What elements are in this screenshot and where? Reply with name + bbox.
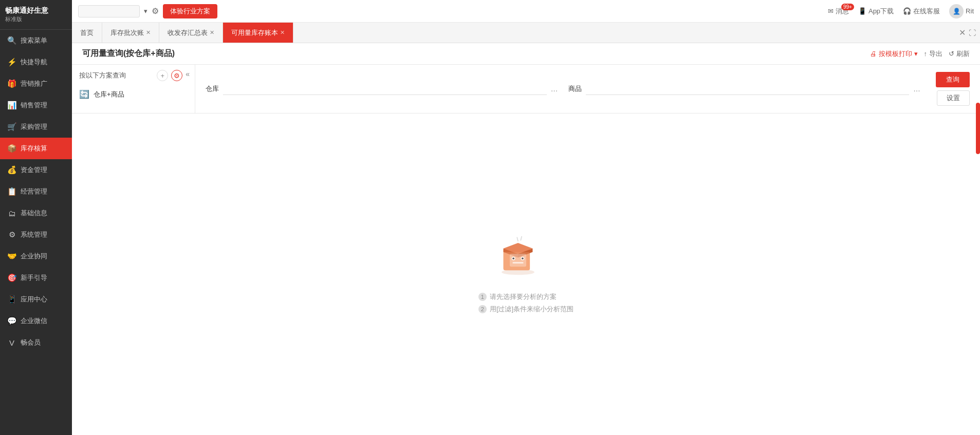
headset-icon: 🎧	[903, 7, 911, 15]
main-content: ▾ ⚙ 体验行业方案 ✉ 消息 99+ 📱 App下载 🎧 在线客服 👤 R	[72, 0, 980, 435]
tip-text-2: 用[过滤]条件来缩小分析范围	[490, 305, 574, 314]
print-icon: 🖨	[870, 50, 877, 58]
empty-state: 1 请先选择要分析的方案 2 用[过滤]条件来缩小分析范围	[478, 235, 574, 314]
close-all-tabs-icon[interactable]: ✕	[959, 28, 966, 37]
right-filter-panel: 仓库 … 商品 … 查询 设置	[195, 65, 980, 113]
app-center-icon: 📱	[7, 295, 16, 304]
industry-btn[interactable]: 体验行业方案	[163, 4, 217, 18]
sidebar-item-label-purchase: 采购管理	[21, 122, 47, 131]
collapse-panel-icon[interactable]: «	[186, 70, 190, 81]
refresh-btn[interactable]: ↺ 刷新	[949, 49, 970, 59]
add-plan-btn[interactable]: +	[157, 70, 168, 81]
sidebar-item-label-inventory: 库存核算	[21, 144, 47, 153]
message-btn[interactable]: ✉ 消息 99+	[828, 7, 849, 16]
topbar: ▾ ⚙ 体验行业方案 ✉ 消息 99+ 📱 App下载 🎧 在线客服 👤 R	[72, 0, 980, 23]
sidebar-item-label-wechat: 企业微信	[21, 316, 47, 326]
tab-home[interactable]: 首页	[72, 23, 102, 43]
sidebar-item-guide[interactable]: 🎯 新手引导	[0, 267, 72, 289]
tip-num-1: 1	[478, 293, 487, 301]
sidebar-item-label-app-center: 应用中心	[21, 295, 47, 304]
sidebar-item-sales[interactable]: 📊 销售管理	[0, 94, 72, 116]
query-area: 按以下方案查询 + ⚙ « 🔄 仓库+商品 仓库 …	[72, 65, 980, 114]
sidebar-item-label-basic: 基础信息	[21, 209, 47, 218]
app-logo: 畅康通好生意 标准版	[0, 0, 72, 30]
online-service-btn[interactable]: 🎧 在线客服	[903, 7, 940, 16]
sidebar-item-label-operation: 经营管理	[21, 187, 47, 196]
product-filter: 商品 …	[568, 83, 921, 95]
sidebar-item-label-finance: 资金管理	[21, 165, 47, 175]
topbar-right: ✉ 消息 99+ 📱 App下载 🎧 在线客服 👤 Rit	[828, 4, 974, 18]
right-scrollbar[interactable]	[976, 103, 980, 154]
sidebar-item-basic[interactable]: 🗂 基础信息	[0, 202, 72, 224]
sidebar-item-finance[interactable]: 💰 资金管理	[0, 159, 72, 181]
svg-point-10	[522, 257, 524, 259]
print-label: 按模板打印	[879, 49, 912, 59]
plan-warehouse-product[interactable]: 🔄 仓库+商品	[72, 85, 195, 103]
sidebar-item-app-center[interactable]: 📱 应用中心	[0, 289, 72, 310]
export-label: 导出	[929, 49, 942, 59]
close-tab-batch-icon[interactable]: ✕	[146, 29, 151, 36]
product-input[interactable]	[586, 83, 910, 95]
left-panel-title: 按以下方案查询	[79, 71, 126, 80]
tip-row-1: 1 请先选择要分析的方案	[478, 292, 574, 301]
tabs-bar: 首页 库存批次账 ✕ 收发存汇总表 ✕ 可用量库存账本 ✕ ✕ ⛶	[72, 23, 980, 43]
print-btn[interactable]: 🖨 按模板打印 ▾	[870, 49, 918, 59]
app-name: 畅康通好生意	[5, 6, 67, 15]
close-tab-summary-icon[interactable]: ✕	[210, 29, 214, 36]
tab-batch-account[interactable]: 库存批次账 ✕	[102, 23, 159, 43]
sidebar-item-member[interactable]: V 畅会员	[0, 332, 72, 353]
left-panel-icons: + ⚙ «	[157, 70, 190, 81]
settings-btn[interactable]: 设置	[937, 90, 970, 106]
app-download-btn[interactable]: 📱 App下载	[858, 7, 894, 16]
sidebar-item-enterprise[interactable]: 🤝 企业协同	[0, 245, 72, 267]
sidebar-item-label-guide: 新手引导	[21, 273, 47, 282]
message-icon: ✉	[828, 7, 834, 15]
avatar-icon: 👤	[953, 8, 960, 15]
tip-row-2: 2 用[过滤]条件来缩小分析范围	[478, 305, 574, 314]
dropdown-chevron-icon: ▾	[144, 7, 147, 15]
warehouse-input[interactable]	[223, 83, 547, 95]
tab-available-stock[interactable]: 可用量库存账本 ✕	[223, 23, 293, 43]
member-icon: V	[7, 338, 16, 347]
warehouse-more-icon[interactable]: …	[551, 85, 558, 93]
settings-plan-btn[interactable]: ⚙	[171, 70, 182, 81]
gear-icon[interactable]: ⚙	[152, 6, 159, 16]
tip-num-2: 2	[478, 305, 487, 313]
topbar-dropdown[interactable]: ▾	[144, 7, 147, 15]
app-version: 标准版	[5, 15, 67, 23]
sidebar-item-wechat[interactable]: 💬 企业微信	[0, 310, 72, 332]
sidebar-item-quick-nav[interactable]: ⚡ 快捷导航	[0, 51, 72, 73]
search-input[interactable]	[78, 5, 140, 17]
user-area[interactable]: 👤 Rit	[949, 4, 974, 18]
tab-batch-account-label: 库存批次账	[110, 28, 144, 37]
sidebar-item-search[interactable]: 🔍 搜索菜单	[0, 30, 72, 51]
svg-line-12	[517, 237, 519, 241]
product-label: 商品	[568, 84, 582, 93]
tab-summary-label: 收发存汇总表	[168, 28, 208, 37]
page-title: 可用量查询(按仓库+商品)	[82, 48, 175, 59]
finance-icon: 💰	[7, 165, 16, 175]
tab-summary[interactable]: 收发存汇总表 ✕	[159, 23, 223, 43]
warehouse-filter: 仓库 …	[206, 83, 558, 95]
search-icon: 🔍	[7, 36, 16, 45]
sidebar-item-purchase[interactable]: 🛒 采购管理	[0, 116, 72, 138]
expand-icon[interactable]: ⛶	[969, 29, 976, 37]
refresh-label: 刷新	[956, 49, 970, 59]
export-btn[interactable]: ↑ 导出	[924, 49, 943, 59]
sidebar-item-system[interactable]: ⚙ 系统管理	[0, 224, 72, 245]
online-service-label: 在线客服	[913, 7, 940, 16]
warehouse-label: 仓库	[206, 84, 219, 93]
svg-rect-6	[510, 254, 526, 267]
close-tab-available-icon[interactable]: ✕	[280, 29, 285, 36]
plan-rotate-icon: 🔄	[79, 89, 89, 99]
sidebar-item-inventory[interactable]: 📦 库存核算	[0, 138, 72, 159]
tabs-right-actions: ✕ ⛶	[959, 28, 980, 37]
sidebar-item-operation[interactable]: 📋 经营管理	[0, 181, 72, 202]
query-btn[interactable]: 查询	[936, 72, 970, 87]
sidebar-item-marketing[interactable]: 🎁 营销推广	[0, 73, 72, 94]
page-actions: 🖨 按模板打印 ▾ ↑ 导出 ↺ 刷新	[870, 49, 970, 59]
inventory-icon: 📦	[7, 144, 16, 153]
tab-home-label: 首页	[80, 28, 94, 37]
app-download-label: App下载	[868, 7, 894, 16]
product-more-icon[interactable]: …	[913, 85, 920, 93]
